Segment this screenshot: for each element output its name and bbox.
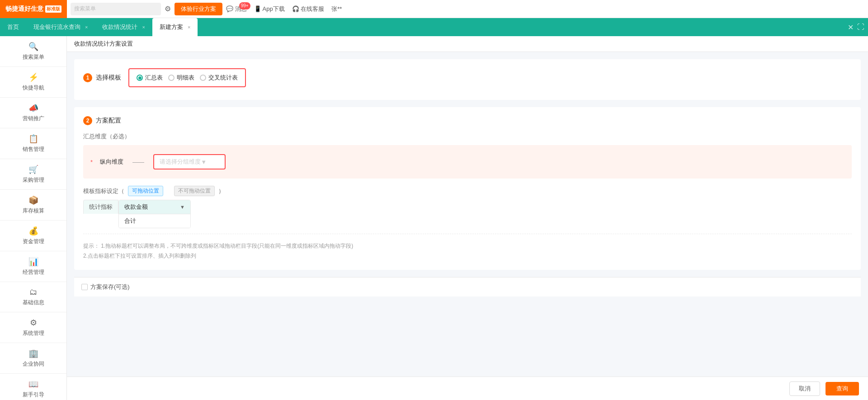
sidebar-item-sales[interactable]: 📋 销售管理 [0, 128, 66, 159]
query-button[interactable]: 查询 [826, 382, 859, 395]
sidebar-item-search[interactable]: 🔍 搜索菜单 [0, 36, 66, 67]
cancel-button[interactable]: 取消 [789, 381, 820, 396]
metric-dropdown-icon[interactable]: ▼ [180, 204, 185, 210]
radio-summary[interactable]: 汇总表 [137, 74, 163, 82]
radio-detail[interactable]: 明细表 [168, 74, 194, 82]
sidebar-item-marketing[interactable]: 📣 营销推广 [0, 98, 66, 128]
save-checkbox-wrap[interactable]: 方案保存(可选) [81, 283, 130, 291]
sidebar-item-inventory[interactable]: 📦 库存核算 [0, 190, 66, 221]
logo: 畅捷通好生意 标准版 [0, 0, 67, 18]
sidebar-item-guide[interactable]: 📖 新手引导 [0, 374, 66, 400]
top-right-actions: 💬 消息 99+ 📱 App下载 🎧 在线客服 张** [226, 5, 342, 13]
sidebar-item-basic-info[interactable]: 🗂 基础信息 [0, 282, 66, 312]
section-divider [83, 234, 852, 234]
tab-new-plan-close[interactable]: × [188, 24, 190, 30]
logo-text: 畅捷通好生意 [5, 5, 43, 13]
sidebar: 🔍 搜索菜单 ⚡ 快捷导航 📣 营销推广 📋 销售管理 🛒 采购管理 📦 库存核… [0, 36, 67, 400]
tab-cash-flow[interactable]: 现金银行流水查询 × [26, 18, 95, 36]
radio-cross[interactable]: 交叉统计表 [200, 74, 238, 82]
tab-receipt-stats-close[interactable]: × [142, 24, 145, 30]
radio-summary-label: 汇总表 [145, 74, 163, 82]
template-options: 汇总表 明细表 交叉统计表 [128, 68, 246, 87]
step1-label: 选择模板 [96, 74, 121, 82]
tab-home-label: 首页 [7, 23, 19, 31]
window-expand-icon[interactable]: ⛶ [857, 23, 864, 31]
search-sidebar-icon: 🔍 [28, 42, 38, 52]
metric-setting-label: 模板指标设定（ 可拖动位置 不可拖动位置 ） [83, 186, 852, 196]
select-dropdown-icon: ▼ [201, 159, 207, 165]
dimension-select[interactable]: 请选择分组维度 ▼ [153, 154, 226, 169]
marketing-icon: 📣 [28, 103, 38, 113]
sidebar-item-marketing-label: 营销推广 [23, 115, 44, 122]
finance-icon: 💰 [28, 226, 38, 236]
purchase-icon: 🛒 [28, 165, 38, 174]
radio-detail-label: 明细表 [177, 74, 194, 82]
online-service[interactable]: 🎧 在线客服 [292, 5, 325, 13]
metric-table: 收款金额 ▼ 合计 [118, 200, 191, 228]
download-icon: 📱 [254, 5, 261, 12]
sidebar-item-operations-label: 经营管理 [23, 268, 44, 276]
search-bar[interactable]: 搜索菜单 [71, 3, 161, 15]
metric-table-cell: 合计 [119, 214, 190, 228]
save-checkbox[interactable] [81, 284, 88, 290]
sidebar-item-purchase-label: 采购管理 [23, 176, 44, 184]
radio-cross-dot [200, 75, 206, 81]
required-mark: * [90, 159, 93, 165]
sidebar-item-finance[interactable]: 💰 资金管理 [0, 221, 66, 251]
sidebar-item-quick-nav[interactable]: ⚡ 快捷导航 [0, 67, 66, 98]
sidebar-item-purchase[interactable]: 🛒 采购管理 [0, 159, 66, 190]
gear-icon[interactable]: ⚙ [165, 5, 171, 13]
sidebar-item-finance-label: 资金管理 [23, 238, 44, 245]
window-close-icon[interactable]: ✕ [848, 23, 854, 32]
system-icon: ⚙ [30, 318, 37, 328]
metric-group-label: 统计指标 [83, 200, 118, 214]
basic-info-icon: 🗂 [29, 287, 38, 297]
content-body: 1 选择模板 汇总表 明细表 交叉统计表 [67, 52, 868, 376]
metric-setting-prefix: 模板指标设定（ [83, 187, 124, 195]
search-placeholder: 搜索菜单 [74, 5, 96, 13]
step2-label: 方案配置 [96, 117, 121, 125]
step2-num: 2 [83, 116, 92, 125]
message-badge: 99+ [239, 2, 250, 9]
step1-row: 1 选择模板 汇总表 明细表 交叉统计表 [83, 68, 852, 87]
tab-cash-flow-label: 现金银行流水查询 [33, 23, 80, 31]
guide-icon: 📖 [28, 379, 38, 389]
download-label: App下载 [263, 5, 285, 12]
message-icon: 💬 [226, 5, 233, 12]
metric-col-header-text: 收款金额 [124, 203, 148, 211]
sidebar-item-guide-label: 新手引导 [23, 391, 44, 399]
sidebar-item-system[interactable]: ⚙ 系统管理 [0, 312, 66, 343]
page-title: 收款情况统计方案设置 [67, 36, 868, 52]
quick-nav-icon: ⚡ [28, 72, 38, 82]
sidebar-item-inventory-label: 库存核算 [23, 207, 44, 215]
tab-receipt-stats[interactable]: 收款情况统计 × [95, 18, 152, 36]
tip-2: 2.点击标题栏下拉可设置排序、插入列和删除列 [83, 251, 852, 261]
sidebar-item-enterprise[interactable]: 🏢 企业协同 [0, 343, 66, 374]
metric-table-header[interactable]: 收款金额 ▼ [119, 200, 190, 214]
tab-home[interactable]: 首页 [0, 18, 26, 36]
radio-detail-dot [168, 75, 175, 81]
operations-icon: 📊 [28, 257, 38, 267]
save-section: 方案保存(可选) [74, 277, 861, 296]
tab-cash-flow-close[interactable]: × [85, 24, 88, 30]
non-draggable-tag: 不可拖动位置 [174, 186, 215, 196]
tab-new-plan[interactable]: 新建方案 × [152, 18, 198, 36]
service-icon: 🎧 [292, 5, 299, 12]
app-download[interactable]: 📱 App下载 [254, 5, 285, 13]
user-name[interactable]: 张** [331, 5, 342, 13]
service-label: 在线客服 [301, 5, 324, 12]
main-layout: 🔍 搜索菜单 ⚡ 快捷导航 📣 营销推广 📋 销售管理 🛒 采购管理 📦 库存核… [0, 36, 868, 400]
step1-num: 1 [83, 73, 92, 82]
sidebar-item-operations[interactable]: 📊 经营管理 [0, 251, 66, 282]
radio-summary-dot [137, 75, 143, 81]
sidebar-item-enterprise-label: 企业协同 [23, 360, 44, 368]
metric-group-column: 统计指标 [83, 200, 118, 228]
dimension-section-label: 汇总维度（必选） [83, 132, 852, 141]
logo-badge: 标准版 [45, 5, 61, 13]
message-area[interactable]: 💬 消息 99+ [226, 5, 247, 13]
trial-button[interactable]: 体验行业方案 [175, 3, 222, 15]
vertical-dim-label: 纵向维度 [100, 158, 123, 166]
sidebar-item-basic-info-label: 基础信息 [23, 299, 44, 306]
metric-table-wrapper: 统计指标 收款金额 ▼ 合计 [83, 200, 852, 228]
inventory-icon: 📦 [28, 195, 38, 205]
